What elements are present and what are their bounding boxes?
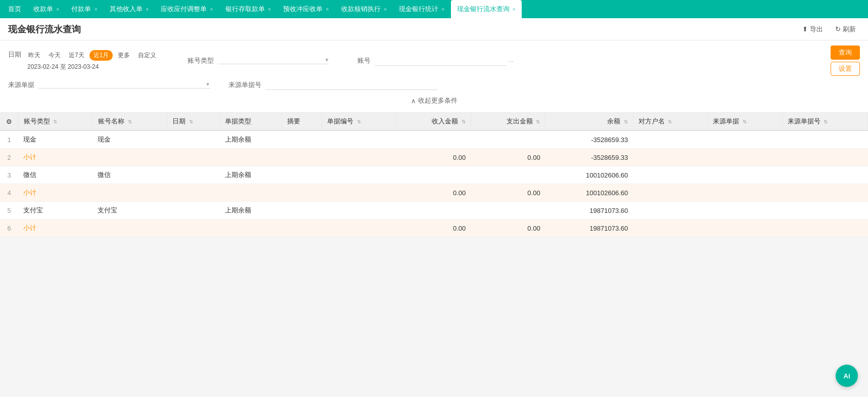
nav-other-income-close[interactable]: ×: [146, 6, 149, 12]
nav-cash-bank-flow-close[interactable]: ×: [513, 6, 516, 12]
cell-summary: [282, 149, 322, 166]
filter-row-source: 来源单据 ▼ 来源单据号: [8, 80, 860, 90]
query-button[interactable]: 查询: [831, 46, 860, 60]
nav-bank-deposit-close[interactable]: ×: [268, 6, 271, 12]
cell-summary: [282, 184, 322, 202]
th-date[interactable]: 日期 ⇅: [167, 113, 220, 130]
source-doc-select[interactable]: ▼: [38, 81, 210, 89]
account-no-area: ···: [375, 56, 526, 66]
sort-counterparty-icon: ⇅: [668, 119, 672, 124]
cell-account-name: 现金: [93, 130, 167, 149]
date-label: 日期: [8, 50, 21, 59]
sort-date-icon: ⇅: [189, 119, 193, 124]
source-doc-no-input[interactable]: [265, 80, 437, 90]
th-source-doc-no[interactable]: 来源单据号 ⇅: [782, 113, 867, 130]
cell-counterparty: [633, 149, 707, 166]
cell-doc-type: 上期余额: [220, 166, 282, 184]
cell-date: [167, 166, 220, 184]
th-doc-type: 单据类型: [220, 113, 282, 130]
nav-cash-bank-stats-close[interactable]: ×: [441, 6, 444, 12]
nav-collection-exec[interactable]: 收款核销执行 ×: [335, 0, 393, 18]
sort-source-doc-icon: ⇅: [743, 119, 747, 124]
cell-source-doc-no: [782, 219, 867, 237]
cell-account-type: 小计: [18, 149, 93, 166]
cell-index: 3: [0, 166, 18, 184]
th-account-type[interactable]: 账号类型 ⇅: [18, 113, 93, 130]
th-balance[interactable]: 余额 ⇅: [545, 113, 633, 130]
nav-other-income[interactable]: 其他收入单 ×: [104, 0, 155, 18]
sort-account-name-icon: ⇅: [128, 119, 132, 124]
cell-date: [167, 130, 220, 149]
cell-doc-type: [220, 184, 282, 202]
nav-collection-exec-close[interactable]: ×: [384, 6, 387, 12]
shortcut-1month[interactable]: 近1月: [89, 50, 113, 61]
collapse-icon: ∧: [411, 97, 416, 105]
th-account-name[interactable]: 账号名称 ⇅: [93, 113, 167, 130]
source-doc-no-filter: 来源单据号: [229, 80, 437, 90]
nav-prepaid-offset[interactable]: 预收冲应收单 ×: [277, 0, 335, 18]
top-nav: 首页 收款单 × 付款单 × 其他收入单 × 应收应付调整单 × 银行存取款单 …: [0, 0, 868, 18]
refresh-button[interactable]: ↻ 刷新: [831, 23, 860, 36]
cell-summary: [282, 219, 322, 237]
collapse-bar[interactable]: ∧ 收起更多条件: [8, 94, 860, 107]
account-label: 账号: [357, 56, 371, 65]
shortcut-today[interactable]: 今天: [45, 50, 64, 61]
th-expense[interactable]: 支出金额 ⇅: [471, 113, 545, 130]
nav-receipt[interactable]: 收款单 ×: [27, 0, 65, 18]
shortcut-custom[interactable]: 自定义: [135, 50, 159, 61]
nav-cash-bank-stats[interactable]: 现金银行统计 ×: [393, 0, 450, 18]
nav-payment[interactable]: 付款单 ×: [65, 0, 103, 18]
cell-account-type: 小计: [18, 184, 93, 202]
th-doc-no[interactable]: 单据编号 ⇅: [322, 113, 396, 130]
th-settings[interactable]: ⚙: [0, 113, 18, 130]
date-shortcuts-row: 昨天 今天 近7天 近1月 更多 自定义: [25, 50, 159, 61]
source-doc-filter: 来源单据 ▼: [8, 80, 210, 90]
cell-doc-no: [322, 202, 396, 219]
sort-expense-icon: ⇅: [536, 119, 540, 124]
cell-doc-no: [322, 166, 396, 184]
nav-payment-close[interactable]: ×: [94, 6, 97, 12]
th-counterparty[interactable]: 对方户名 ⇅: [633, 113, 707, 130]
cell-date: [167, 184, 220, 202]
cell-counterparty: [633, 184, 707, 202]
header-actions: ⬆ 导出 ↻ 刷新: [798, 23, 860, 36]
filter-row-date: 日期 昨天 今天 近7天 近1月 更多 自定义 2023-02-24 至 202…: [8, 46, 860, 76]
table-body: 1 现金 现金 上期余额 -3528659.33 2 小计 0.00 0.00 …: [0, 130, 868, 237]
account-no-dots[interactable]: ···: [508, 57, 514, 65]
cell-summary: [282, 166, 322, 184]
cell-index: 1: [0, 130, 18, 149]
nav-cash-bank-flow[interactable]: 现金银行流水查询 ×: [451, 0, 522, 18]
account-type-select[interactable]: ▼: [218, 57, 329, 64]
cell-account-type: 微信: [18, 166, 93, 184]
cell-doc-type: [220, 149, 282, 166]
nav-prepaid-offset-close[interactable]: ×: [326, 6, 329, 12]
cell-account-name: [93, 219, 167, 237]
shortcut-more[interactable]: 更多: [115, 50, 133, 61]
cell-income: [396, 130, 471, 149]
settings-button[interactable]: 设置: [831, 62, 860, 76]
shortcut-yesterday[interactable]: 昨天: [25, 50, 43, 61]
cell-account-type: 现金: [18, 130, 93, 149]
cell-date: [167, 149, 220, 166]
nav-bank-deposit[interactable]: 银行存取款单 ×: [219, 0, 277, 18]
data-table: ⚙ 账号类型 ⇅ 账号名称 ⇅ 日期 ⇅ 单据类型 摘要: [0, 113, 868, 237]
cell-source-doc: [708, 219, 782, 237]
nav-ar-ap-adj-close[interactable]: ×: [210, 6, 213, 12]
table-row: 3 微信 微信 上期余额 100102606.60: [0, 166, 868, 184]
nav-receipt-close[interactable]: ×: [56, 6, 59, 12]
export-button[interactable]: ⬆ 导出: [798, 23, 827, 36]
shortcut-7days[interactable]: 近7天: [66, 50, 87, 61]
cell-summary: [282, 130, 322, 149]
th-income[interactable]: 收入金额 ⇅: [396, 113, 471, 130]
nav-ar-ap-adj[interactable]: 应收应付调整单 ×: [155, 0, 219, 18]
cell-index: 5: [0, 202, 18, 219]
th-source-doc[interactable]: 来源单据 ⇅: [708, 113, 782, 130]
nav-home[interactable]: 首页: [2, 0, 27, 18]
sort-account-type-icon: ⇅: [53, 119, 57, 124]
cell-account-type: 小计: [18, 219, 93, 237]
cell-doc-no: [322, 130, 396, 149]
cell-account-name: [93, 184, 167, 202]
filter-area: 日期 昨天 今天 近7天 近1月 更多 自定义 2023-02-24 至 202…: [0, 40, 868, 113]
account-no-input[interactable]: [375, 56, 506, 66]
cell-expense: 0.00: [471, 219, 545, 237]
